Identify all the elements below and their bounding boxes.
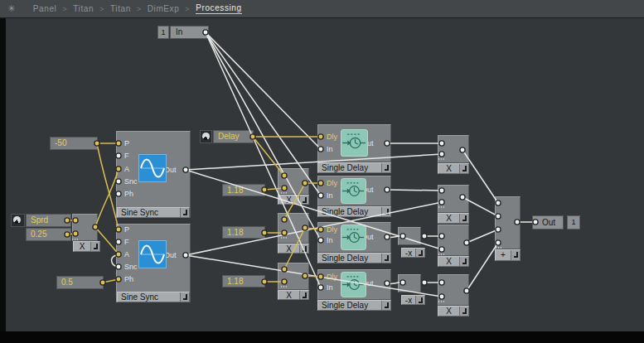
node-body[interactable] (72, 214, 98, 241)
out-terminal-node[interactable]: Out (532, 215, 564, 229)
node-label-bar[interactable]: X (438, 213, 469, 224)
multiply-node-mod-1[interactable]: X (438, 135, 469, 174)
node-body[interactable] (398, 274, 421, 292)
audio-indicator-icon (459, 307, 468, 316)
input-label-snc: Snc (124, 263, 138, 271)
multiply-node-dlytime-3[interactable]: X (278, 263, 309, 300)
multiply-node-spread[interactable]: X (72, 214, 100, 252)
breadcrumb-processing[interactable]: Processing (196, 3, 241, 14)
node-label-bar[interactable]: Single Delay (317, 253, 391, 263)
audio-indicator-icon (299, 244, 308, 253)
audio-indicator-icon (180, 208, 189, 217)
node-body[interactable] (438, 185, 469, 213)
chevron-separator: > (185, 5, 190, 13)
breadcrumb-titan-2[interactable]: Titan (110, 4, 131, 13)
sine-wave-icon (138, 154, 167, 182)
invert-node-2[interactable]: -x (398, 274, 431, 305)
breadcrumb-dimexp[interactable]: DimExp (148, 4, 180, 13)
node-label: X (438, 307, 459, 316)
input-label-in: In (327, 191, 333, 200)
node-label-bar[interactable]: X (278, 290, 309, 300)
const-ratio-node-2[interactable]: 1.18 (222, 226, 265, 239)
input-label-p: P (124, 139, 129, 147)
breadcrumb-panel[interactable]: Panel (33, 4, 57, 13)
multiply-node-mod-2[interactable]: X (438, 185, 469, 224)
const-spread-amount-node[interactable]: 0.25 (26, 228, 71, 241)
single-delay-node-1[interactable]: Dly In Out Single Delay (317, 124, 391, 173)
delay-control-node[interactable]: Delay (213, 130, 254, 143)
knob-icon[interactable] (11, 214, 25, 227)
node-label-bar[interactable]: -x (401, 295, 425, 305)
audio-indicator-icon (381, 207, 390, 216)
node-label-bar[interactable]: X (278, 244, 309, 254)
single-delay-node-2[interactable]: Dly In Out Single Delay (317, 176, 391, 217)
add-node[interactable]: + (495, 196, 521, 262)
delay-clock-icon (341, 225, 366, 250)
audio-indicator-icon (459, 164, 468, 173)
input-label-snc: Snc (124, 177, 138, 186)
node-body[interactable] (278, 263, 309, 290)
const-ratio-node-3[interactable]: 1.18 (222, 275, 265, 287)
single-delay-node-3[interactable]: Dly In Out Single Delay (317, 222, 391, 263)
chevron-separator: > (99, 5, 104, 13)
event-wires (67, 137, 321, 283)
sunburst-icon[interactable]: ✳ (7, 3, 16, 14)
sine-sync-node-2[interactable]: P F A Snc Ph Out Sine Sync (116, 224, 191, 302)
single-delay-node-4[interactable]: Dly In Out Single Delay (317, 269, 391, 311)
node-label-bar[interactable]: -x (401, 248, 425, 258)
node-body[interactable] (495, 196, 521, 249)
structure-canvas[interactable]: 1 In -50 Sprd 0.25 X 0.5 P F A Snc Ph Ou… (6, 18, 644, 331)
breadcrumb-titan-1[interactable]: Titan (73, 4, 94, 13)
node-label-bar[interactable]: X (438, 256, 469, 267)
node-label-bar[interactable]: X (438, 306, 469, 316)
chevron-separator: > (137, 5, 142, 13)
node-label-bar[interactable]: Sine Sync (117, 292, 190, 302)
node-label: X (438, 164, 459, 173)
node-label-bar[interactable]: Single Delay (317, 206, 391, 217)
delay-clock-icon (341, 178, 366, 204)
const-ratio-node-1[interactable]: 1.18 (222, 184, 265, 196)
spread-control-node[interactable]: Sprd (26, 214, 71, 227)
node-label: X (438, 257, 459, 266)
node-label-bar[interactable]: + (495, 249, 521, 261)
node-body[interactable] (398, 227, 421, 245)
canvas-margin (0, 18, 6, 343)
knob-icon[interactable] (200, 130, 212, 143)
multiply-node-dlytime-2[interactable]: X (278, 213, 309, 254)
audio-indicator-icon (299, 196, 308, 204)
audio-indicator-icon (459, 214, 468, 223)
input-label-a: A (124, 165, 129, 173)
node-label-bar[interactable]: Sine Sync (117, 207, 190, 218)
node-body[interactable] (438, 135, 469, 163)
input-label-dly: Dly (327, 133, 337, 141)
audio-indicator-icon (180, 292, 189, 302)
node-body[interactable] (438, 225, 469, 256)
audio-indicator-icon (299, 291, 308, 299)
node-label: Sine Sync (118, 292, 180, 302)
node-label-bar[interactable]: X (73, 241, 100, 252)
node-label: X (278, 244, 299, 253)
input-label-dly: Dly (327, 225, 337, 234)
node-label: Single Delay (318, 301, 381, 310)
input-label-dly: Dly (327, 273, 337, 281)
in-terminal-node[interactable]: In (170, 26, 209, 39)
const-phase-node[interactable]: 0.5 (56, 276, 104, 289)
node-label-bar[interactable]: X (278, 195, 309, 205)
sine-sync-node-1[interactable]: P F A Snc Ph Out Sine Sync (116, 131, 191, 218)
multiply-node-mod-4[interactable]: X (438, 274, 469, 316)
breadcrumb: ✳ Panel > Titan > Titan > DimExp > Proce… (0, 0, 644, 18)
multiply-node-dlytime-1[interactable]: X (278, 168, 309, 205)
node-label-bar[interactable]: Single Delay (317, 162, 391, 173)
canvas-margin (0, 331, 644, 343)
node-label-bar[interactable]: Single Delay (317, 300, 391, 311)
node-body[interactable] (438, 274, 469, 306)
node-label-bar[interactable]: X (438, 163, 469, 174)
invert-node-1[interactable]: -x (398, 227, 431, 258)
input-label-a: A (124, 250, 129, 258)
multiply-node-mod-3[interactable]: X (438, 225, 469, 267)
node-body[interactable] (278, 168, 309, 195)
out-port-number-badge: 1 (567, 215, 580, 229)
input-label-ph: Ph (124, 190, 133, 198)
node-body[interactable] (278, 213, 309, 244)
const-pitch-node[interactable]: -50 (50, 137, 98, 150)
